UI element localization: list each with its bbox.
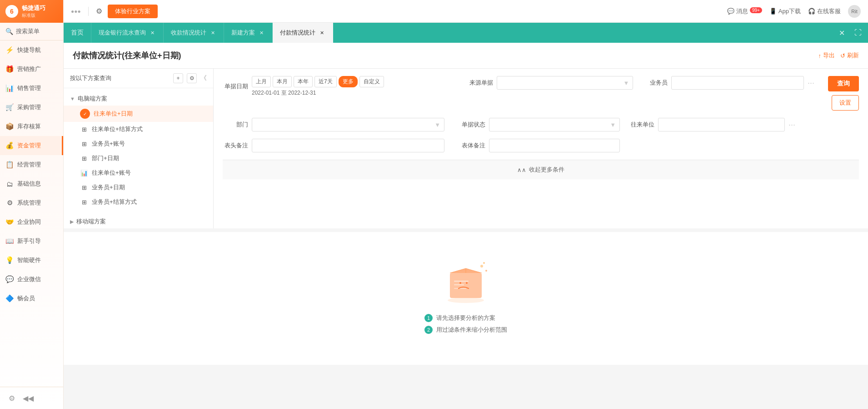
scheme-settings-btn[interactable]: ⚙ xyxy=(187,73,197,83)
scheme-header-icons: + ⚙ 《 xyxy=(173,73,207,83)
sidebar-icon-hardware: 💡 xyxy=(5,256,14,264)
empty-illustration xyxy=(439,259,493,305)
notifications-btn[interactable]: 💬 消息 99+ xyxy=(727,7,762,15)
sidebar-icon-capital: 💰 xyxy=(5,141,14,150)
tabbar: 首页现金银行流水查询✕收款情况统计✕新建方案✕付款情况统计✕ ✕ ⛶ xyxy=(64,23,868,43)
collapse-more-btn[interactable]: ∧∧ 收起更多条件 xyxy=(223,160,859,179)
partner-filter: 往来单位 ··· xyxy=(629,118,795,131)
tab-home[interactable]: 首页 xyxy=(64,23,91,43)
last-7days-btn[interactable]: 近7天 xyxy=(314,76,337,87)
scheme-icon-dept-date: ⊞ xyxy=(80,154,88,162)
empty-svg xyxy=(439,259,493,305)
tab-payment-stat[interactable]: 付款情况统计✕ xyxy=(273,23,333,43)
tab-close-bank-flow[interactable]: ✕ xyxy=(149,29,156,36)
scheme-item-partner-date[interactable]: ✓往来单位+日期 xyxy=(64,106,213,122)
scheme-item-partner-settle[interactable]: ⊞往来单位+结算方式 xyxy=(64,122,213,136)
partner-input[interactable] xyxy=(658,118,785,131)
sidebar-search[interactable]: 🔍 搜索菜单 xyxy=(0,23,63,40)
more-dates-btn[interactable]: 更多 xyxy=(339,76,358,87)
mobile-group-header[interactable]: ▶ 移动端方案 xyxy=(64,215,213,228)
notifications-label: 消息 xyxy=(736,7,748,15)
query-btn[interactable]: 查询 xyxy=(828,76,859,91)
sidebar-item-enterprise[interactable]: 🤝 企业协同 xyxy=(0,212,63,232)
source-select[interactable]: ▼ xyxy=(497,76,634,90)
sidebar-item-wechat[interactable]: 💬 企业微信 xyxy=(0,270,63,289)
staff-label: 业务员 xyxy=(642,79,668,87)
scheme-item-staff-account[interactable]: ⊞业务员+账号 xyxy=(64,136,213,151)
sidebar-item-purchase[interactable]: 🛒 采购管理 xyxy=(0,98,63,117)
mobile-group-label: 移动端方案 xyxy=(76,217,106,226)
sidebar-item-system[interactable]: ⚙ 系统管理 xyxy=(0,193,63,212)
this-month-btn[interactable]: 本月 xyxy=(273,76,292,87)
search-label: 搜索菜单 xyxy=(16,27,40,35)
scheme-item-dept-date[interactable]: ⊞部门+日期 xyxy=(64,151,213,166)
header-note-input[interactable] xyxy=(252,139,444,152)
online-service-label: 在线客服 xyxy=(817,7,841,15)
dept-filter: 部门 ▼ xyxy=(223,118,444,131)
sidebar-settings-btn[interactable]: ⚙ xyxy=(5,392,18,404)
partner-dots-icon[interactable]: ··· xyxy=(788,121,795,129)
export-btn[interactable]: ↑ 导出 xyxy=(818,51,835,60)
sidebar-items: ⚡ 快捷导航 🎁 营销推广 📊 销售管理 🛒 采购管理 📦 库存核算 💰 资金管… xyxy=(0,40,63,308)
scheme-add-btn[interactable]: + xyxy=(173,73,183,83)
sidebar-item-hardware[interactable]: 💡 智能硬件 xyxy=(0,251,63,270)
sidebar-item-basic[interactable]: 🗂 基础信息 xyxy=(0,174,63,193)
scheme-item-staff-settle[interactable]: ⊞业务员+结算方式 xyxy=(64,195,213,209)
refresh-btn[interactable]: ↺ 刷新 xyxy=(840,51,859,60)
body-note-filter: 表体备注 xyxy=(454,139,620,152)
sidebar-label-quick-nav: 快捷导航 xyxy=(17,46,41,54)
body-note-input[interactable] xyxy=(489,139,620,152)
sidebar-item-operation[interactable]: 📋 经营管理 xyxy=(0,155,63,174)
voucher-status-select[interactable]: ▼ xyxy=(489,118,620,131)
last-month-btn[interactable]: 上月 xyxy=(252,76,271,87)
tab-income-stat[interactable]: 收款情况统计✕ xyxy=(164,23,224,43)
tabbar-end: ✕ ⛶ xyxy=(835,26,868,39)
this-year-btn[interactable]: 本年 xyxy=(294,76,313,87)
sidebar-item-guide[interactable]: 📖 新手引导 xyxy=(0,232,63,251)
tab-close-new-scheme[interactable]: ✕ xyxy=(258,29,265,36)
close-all-tabs-btn[interactable]: ✕ xyxy=(835,26,848,39)
filter-settings-btn[interactable]: 设置 xyxy=(832,95,859,111)
chevron-right-icon: ▶ xyxy=(70,219,74,225)
svg-point-9 xyxy=(459,282,461,284)
app-download-btn[interactable]: 📱 App下载 xyxy=(769,7,801,15)
staff-dots-icon[interactable]: ··· xyxy=(808,79,814,87)
tab-close-payment-stat[interactable]: ✕ xyxy=(318,29,325,36)
topbar-settings-icon[interactable]: ⚙ xyxy=(96,7,102,15)
sidebar-item-marketing[interactable]: 🎁 营销推广 xyxy=(0,60,63,79)
user-avatar[interactable]: Rit xyxy=(848,5,861,18)
tab-bank-flow[interactable]: 现金银行流水查询✕ xyxy=(91,23,164,43)
sidebar: 6 畅捷通巧 标准版 🔍 搜索菜单 ⚡ 快捷导航 🎁 营销推广 📊 销售管理 🛒… xyxy=(0,0,64,409)
maximize-btn[interactable]: ⛶ xyxy=(852,26,864,39)
custom-date-btn[interactable]: 自定义 xyxy=(359,76,384,87)
sidebar-logo: 6 畅捷通巧 标准版 xyxy=(0,0,63,23)
scheme-item-partner-account[interactable]: 📊往来单位+账号 xyxy=(64,166,213,180)
section-divider xyxy=(64,228,868,232)
sidebar-item-member[interactable]: 🔷 畅会员 xyxy=(0,289,63,308)
topbar-brand: ●●● xyxy=(71,8,81,15)
sidebar-icon-wechat: 💬 xyxy=(5,275,14,283)
scheme-collapse-btn[interactable]: 《 xyxy=(200,74,207,82)
sidebar-item-capital[interactable]: 💰 资金管理 xyxy=(0,136,63,155)
scheme-icon-staff-account: ⊞ xyxy=(80,140,88,148)
desktop-scheme-group: ▼ 电脑端方案 ✓往来单位+日期⊞往来单位+结算方式⊞业务员+账号⊞部门+日期📊… xyxy=(64,88,213,213)
sidebar-label-system: 系统管理 xyxy=(17,199,41,207)
tab-new-scheme[interactable]: 新建方案✕ xyxy=(224,23,273,43)
sidebar-item-quick-nav[interactable]: ⚡ 快捷导航 xyxy=(0,40,63,60)
filter-area: 单据日期 上月 本月 本年 近7天 更多 自定义 2022-01-01 至 20… xyxy=(214,69,868,228)
source-filter: 来源单据 ▼ xyxy=(461,76,634,90)
desktop-group-header[interactable]: ▼ 电脑端方案 xyxy=(64,92,213,106)
tabs-container: 首页现金银行流水查询✕收款情况统计✕新建方案✕付款情况统计✕ xyxy=(64,23,333,43)
sidebar-item-sales[interactable]: 📊 销售管理 xyxy=(0,79,63,98)
dept-select[interactable]: ▼ xyxy=(252,118,444,131)
online-service-btn[interactable]: 🎧 在线客服 xyxy=(808,7,841,15)
tab-close-income-stat[interactable]: ✕ xyxy=(209,29,216,36)
filter-actions: 查询 设置 xyxy=(823,76,859,111)
sidebar-icon-inventory: 📦 xyxy=(5,122,14,131)
staff-input[interactable] xyxy=(671,76,804,90)
trial-btn[interactable]: 体验行业方案 xyxy=(108,5,158,18)
scheme-item-staff-date[interactable]: ⊞业务员+日期 xyxy=(64,180,213,195)
sidebar-collapse-btn[interactable]: ◀◀ xyxy=(22,392,35,404)
sidebar-item-inventory[interactable]: 📦 库存核算 xyxy=(0,117,63,136)
main-area: ●●● ⚙ 体验行业方案 💬 消息 99+ 📱 App下载 🎧 在线客服 Rit xyxy=(64,0,868,409)
